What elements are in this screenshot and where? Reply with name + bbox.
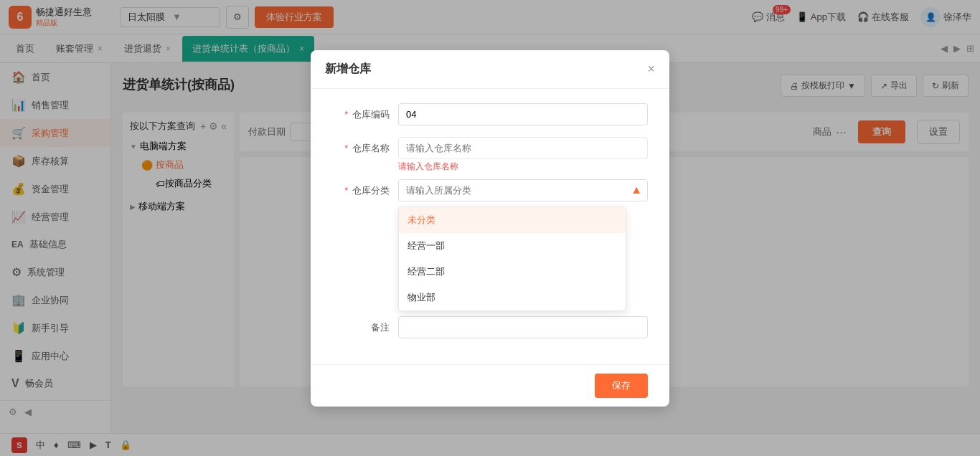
category-label: * 仓库分类	[332, 179, 390, 197]
modal-overlay: 新增仓库 × * 仓库编码 * 仓库名称 请输入仓库名称	[0, 0, 980, 456]
modal-footer: 保存	[311, 364, 669, 407]
modal-title: 新增仓库	[325, 62, 371, 77]
new-warehouse-modal: 新增仓库 × * 仓库编码 * 仓库名称 请输入仓库名称	[311, 50, 669, 407]
category-arrow-icon[interactable]: ▲	[631, 184, 642, 196]
form-row-code: * 仓库编码	[332, 103, 648, 125]
dropdown-item-dept2[interactable]: 经营二部	[399, 259, 626, 285]
dropdown-item-uncategorized[interactable]: 未分类	[399, 207, 626, 233]
modal-body: * 仓库编码 * 仓库名称 请输入仓库名称 *	[311, 89, 669, 364]
form-row-name: * 仓库名称 请输入仓库名称	[332, 137, 648, 159]
dropdown-item-property[interactable]: 物业部	[399, 285, 626, 310]
code-input[interactable]	[398, 103, 648, 125]
category-dropdown: 未分类 经营一部 经营二部 物业部	[398, 206, 626, 311]
form-row-note: 备注	[332, 316, 648, 338]
dropdown-item-dept1[interactable]: 经营一部	[399, 233, 626, 259]
save-button[interactable]: 保存	[595, 374, 648, 398]
modal-header: 新增仓库 ×	[311, 50, 669, 89]
form-row-category: * 仓库分类 ▲ 未分类 经营一部 经营二部 物业部	[332, 179, 648, 201]
name-label: * 仓库名称	[332, 137, 390, 155]
code-label: * 仓库编码	[332, 103, 390, 121]
note-input[interactable]	[398, 316, 648, 338]
name-input[interactable]	[398, 137, 648, 159]
category-input[interactable]	[398, 179, 648, 201]
modal-close-button[interactable]: ×	[647, 62, 655, 77]
note-label: 备注	[332, 316, 390, 334]
category-select-wrapper: ▲	[398, 179, 648, 201]
name-error-message: 请输入仓库名称	[398, 161, 458, 173]
